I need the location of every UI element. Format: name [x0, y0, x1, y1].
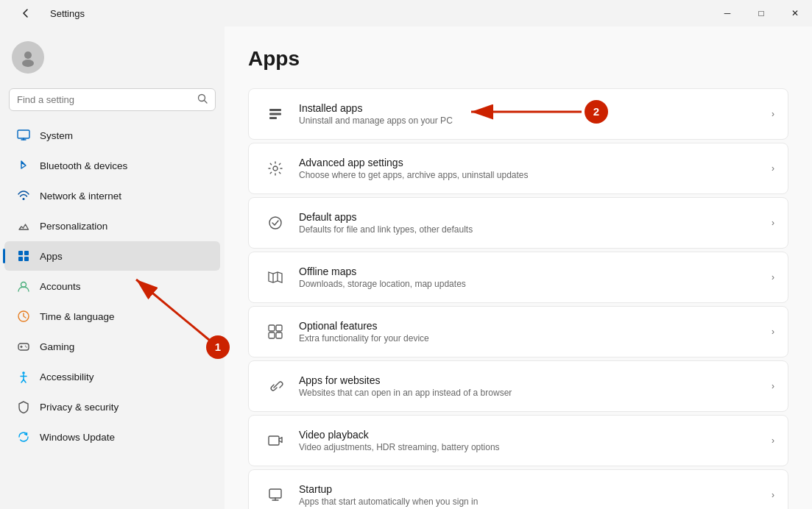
svg-rect-10 — [18, 257, 23, 261]
svg-point-7 — [23, 198, 25, 200]
optional-features-title: Optional features — [299, 320, 772, 332]
settings-item-installed-apps[interactable]: Installed apps Uninstall and manage apps… — [248, 88, 788, 140]
apps-websites-title: Apps for websites — [299, 374, 772, 386]
apps-icon — [16, 249, 31, 263]
svg-rect-33 — [276, 325, 282, 331]
startup-text: Startup Apps that start automatically wh… — [299, 483, 772, 507]
svg-rect-11 — [24, 257, 29, 261]
search-icon — [197, 93, 208, 106]
svg-line-3 — [205, 101, 208, 104]
offline-maps-desc: Downloads, storage location, map updates — [299, 279, 772, 289]
main-panel: Apps Installed apps Uninstall and manage… — [225, 26, 812, 509]
sidebar-item-time[interactable]: Time & language — [4, 302, 220, 331]
close-button[interactable]: ✕ — [778, 0, 812, 26]
sidebar-item-gaming[interactable]: Gaming — [4, 332, 220, 361]
svg-point-17 — [25, 346, 26, 346]
sidebar-item-bluetooth[interactable]: Bluetooth & devices — [4, 151, 220, 180]
svg-rect-24 — [269, 109, 281, 111]
sidebar-item-label: Accounts — [40, 281, 81, 292]
settings-item-apps-websites[interactable]: Apps for websites Websites that can open… — [248, 360, 788, 412]
startup-desc: Apps that start automatically when you s… — [299, 496, 772, 507]
svg-rect-36 — [269, 436, 279, 445]
chevron-icon: › — [772, 272, 774, 282]
titlebar: Settings ─ □ ✕ — [0, 0, 812, 26]
sidebar-item-personalization[interactable]: Personalization — [4, 211, 220, 241]
installed-apps-text: Installed apps Uninstall and manage apps… — [299, 102, 772, 126]
svg-rect-37 — [269, 489, 281, 498]
settings-item-offline-maps[interactable]: Offline maps Downloads, storage location… — [248, 252, 788, 303]
apps-websites-icon — [262, 373, 289, 399]
minimize-button[interactable]: ─ — [710, 0, 744, 26]
advanced-app-icon — [262, 155, 289, 182]
search-input[interactable] — [17, 94, 191, 105]
sidebar-item-label: Personalization — [40, 221, 107, 232]
sidebar-item-accounts[interactable]: Accounts — [4, 271, 220, 301]
sidebar-item-apps[interactable]: Apps — [4, 241, 220, 271]
sidebar-item-label: Gaming — [40, 341, 74, 352]
advanced-app-title: Advanced app settings — [299, 157, 772, 168]
svg-rect-14 — [18, 344, 29, 350]
sidebar-item-update[interactable]: Windows Update — [4, 422, 220, 452]
apps-websites-text: Apps for websites Websites that can open… — [299, 374, 772, 398]
system-icon — [16, 128, 31, 143]
svg-rect-4 — [18, 130, 29, 138]
chevron-icon: › — [772, 109, 774, 119]
sidebar-item-label: Network & internet — [40, 191, 121, 202]
optional-features-icon — [262, 318, 289, 345]
sidebar-item-label: Bluetooth & devices — [40, 160, 127, 171]
update-icon — [16, 430, 31, 444]
settings-item-advanced-app[interactable]: Advanced app settings Choose where to ge… — [248, 143, 788, 194]
default-apps-icon — [262, 210, 289, 236]
default-apps-text: Default apps Defaults for file and link … — [299, 211, 772, 235]
svg-point-0 — [24, 51, 32, 59]
sidebar-item-label: System — [40, 130, 73, 141]
time-icon — [16, 309, 31, 324]
sidebar-nav: System Bluetooth & devices — [0, 120, 225, 509]
sidebar-item-accessibility[interactable]: Accessibility — [4, 362, 220, 391]
settings-item-startup[interactable]: Startup Apps that start automatically wh… — [248, 469, 788, 509]
sidebar-item-label: Apps — [40, 251, 63, 262]
installed-apps-icon — [262, 101, 289, 127]
svg-rect-25 — [269, 113, 281, 115]
svg-rect-34 — [269, 332, 275, 338]
chevron-icon: › — [772, 490, 774, 500]
video-desc: Video adjustments, HDR streaming, batter… — [299, 442, 772, 452]
svg-rect-8 — [18, 251, 23, 255]
accessibility-icon — [16, 369, 31, 384]
sidebar-item-network[interactable]: Network & internet — [4, 181, 220, 210]
svg-rect-32 — [269, 325, 275, 331]
sidebar-item-label: Privacy & security — [40, 402, 119, 413]
svg-marker-29 — [269, 272, 282, 282]
avatar[interactable] — [12, 41, 44, 74]
personalization-icon — [16, 218, 31, 233]
startup-title: Startup — [299, 483, 772, 495]
sidebar-item-label: Windows Update — [40, 432, 115, 443]
network-icon — [16, 188, 31, 203]
apps-websites-desc: Websites that can open in an app instead… — [299, 388, 772, 398]
installed-apps-title: Installed apps — [299, 102, 772, 114]
default-apps-title: Default apps — [299, 211, 772, 223]
default-apps-desc: Defaults for file and link types, other … — [299, 224, 772, 235]
sidebar-item-system[interactable]: System — [4, 121, 220, 150]
svg-point-18 — [26, 346, 27, 347]
app-body: System Bluetooth & devices — [0, 26, 812, 509]
svg-point-27 — [273, 166, 278, 171]
settings-item-default-apps[interactable]: Default apps Defaults for file and link … — [248, 197, 788, 249]
svg-line-23 — [24, 380, 26, 382]
settings-item-video[interactable]: Video playback Video adjustments, HDR st… — [248, 415, 788, 466]
sidebar: System Bluetooth & devices — [0, 26, 225, 509]
accounts-icon — [16, 279, 31, 293]
settings-item-optional-features[interactable]: Optional features Extra functionality fo… — [248, 306, 788, 357]
sidebar-item-privacy[interactable]: Privacy & security — [4, 392, 220, 421]
sidebar-item-label: Time & language — [40, 311, 115, 322]
startup-icon — [262, 482, 289, 508]
back-button[interactable] — [9, 0, 43, 26]
svg-rect-35 — [276, 332, 282, 338]
advanced-app-desc: Choose where to get apps, archive apps, … — [299, 170, 772, 180]
maximize-button[interactable]: □ — [744, 0, 778, 26]
search-box[interactable] — [9, 88, 216, 111]
privacy-icon — [16, 399, 31, 414]
gaming-icon — [16, 339, 31, 354]
chevron-icon: › — [772, 218, 774, 228]
svg-point-1 — [22, 60, 34, 67]
